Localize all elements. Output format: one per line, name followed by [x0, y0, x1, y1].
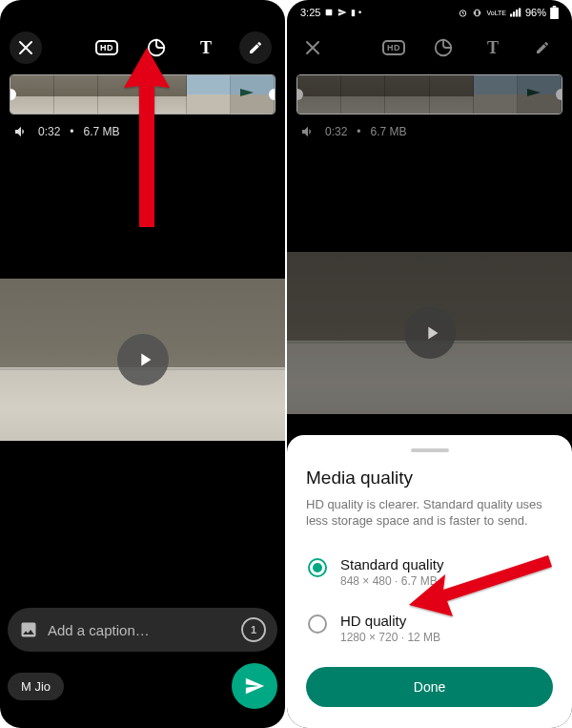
draw-button: [526, 31, 559, 64]
hd-icon: HD: [382, 40, 405, 55]
radio-selected-icon: [308, 558, 327, 577]
phone-right: 3:25 ▮ • VoLTE 96% HD: [287, 0, 572, 728]
option-sublabel: 848 × 480 · 6.7 MB: [340, 574, 443, 588]
caption-input-bar[interactable]: Add a caption… 1: [8, 608, 277, 652]
option-label: Standard quality: [340, 556, 443, 572]
network-label: VoLTE: [486, 10, 506, 16]
svg-rect-7: [519, 9, 521, 17]
play-icon: [134, 349, 155, 370]
volume-icon[interactable]: [13, 124, 29, 139]
send-button[interactable]: [232, 663, 277, 709]
text-icon: T: [200, 38, 212, 58]
hd-quality-button: HD: [378, 31, 410, 64]
radio-unselected-icon: [308, 614, 327, 634]
sticker-icon: [433, 37, 454, 58]
video-preview: [287, 252, 572, 414]
video-trim-timeline[interactable]: [10, 74, 276, 114]
battery-percent: 96%: [525, 7, 546, 18]
recipient-chip[interactable]: M Jio: [8, 673, 64, 700]
option-standard-quality[interactable]: Standard quality 848 × 480 · 6.7 MB: [306, 547, 553, 603]
hd-icon: HD: [95, 40, 118, 55]
draw-button[interactable]: [239, 31, 272, 64]
editor-toolbar: HD T: [287, 25, 572, 71]
play-icon: [421, 322, 442, 343]
text-button: T: [477, 31, 509, 64]
close-icon: [305, 40, 320, 55]
hd-quality-button[interactable]: HD: [91, 31, 123, 64]
sticker-button: [427, 31, 460, 64]
play-button: [404, 307, 456, 359]
svg-rect-6: [516, 10, 518, 17]
video-size: 6.7 MB: [84, 125, 120, 138]
svg-rect-4: [510, 14, 512, 17]
close-button: [296, 31, 329, 64]
pencil-icon: [248, 40, 263, 55]
play-button[interactable]: [117, 334, 169, 385]
video-trim-timeline: [296, 74, 562, 114]
video-meta: 0:32 • 6.7 MB: [0, 114, 285, 149]
video-preview[interactable]: [0, 279, 285, 441]
text-icon: T: [487, 38, 499, 58]
option-label: HD quality: [340, 613, 440, 629]
status-telegram-icon: [337, 8, 347, 17]
volume-icon: [300, 124, 316, 139]
sticker-button[interactable]: [140, 31, 173, 64]
media-quality-sheet: Media quality HD quality is clearer. Sta…: [287, 435, 572, 728]
trim-handle-right[interactable]: [269, 89, 276, 100]
screenshot-pair: HD T 0:32: [0, 0, 572, 728]
video-duration: 0:32: [325, 125, 347, 138]
status-time: 3:25: [300, 7, 320, 18]
done-button[interactable]: Done: [306, 667, 553, 707]
sheet-grabber[interactable]: [411, 448, 449, 452]
caption-placeholder: Add a caption…: [48, 622, 241, 638]
sheet-description: HD quality is clearer. Standard quality …: [306, 496, 553, 530]
close-icon: [18, 40, 33, 55]
svg-rect-9: [550, 8, 559, 19]
battery-icon: [550, 6, 559, 19]
video-size: 6.7 MB: [371, 125, 407, 138]
view-once-button[interactable]: 1: [241, 617, 266, 642]
option-hd-quality[interactable]: HD quality 1280 × 720 · 12 MB: [306, 603, 553, 659]
sheet-title: Media quality: [306, 468, 553, 489]
status-notch-icon: ▮ •: [351, 8, 361, 17]
svg-rect-1: [326, 10, 333, 16]
photo-icon[interactable]: [19, 620, 38, 639]
video-meta: 0:32 • 6.7 MB: [287, 114, 572, 149]
status-bar: 3:25 ▮ • VoLTE 96%: [287, 0, 572, 25]
svg-rect-8: [553, 6, 557, 8]
send-icon: [244, 676, 265, 697]
close-button[interactable]: [10, 31, 42, 64]
svg-rect-3: [476, 10, 480, 15]
text-button[interactable]: T: [190, 31, 222, 64]
pencil-icon: [535, 40, 550, 55]
svg-rect-5: [513, 11, 515, 16]
trim-handle-right: [556, 89, 562, 100]
phone-left: HD T 0:32: [0, 0, 285, 728]
sticker-icon: [146, 37, 167, 58]
editor-toolbar: HD T: [0, 25, 285, 71]
status-icon: [324, 8, 334, 17]
option-sublabel: 1280 × 720 · 12 MB: [340, 631, 440, 644]
video-duration: 0:32: [38, 125, 60, 138]
bottom-row: M Jio: [8, 663, 277, 709]
signal-icon: [510, 8, 521, 17]
alarm-icon: [458, 8, 468, 18]
vibrate-icon: [472, 8, 482, 18]
